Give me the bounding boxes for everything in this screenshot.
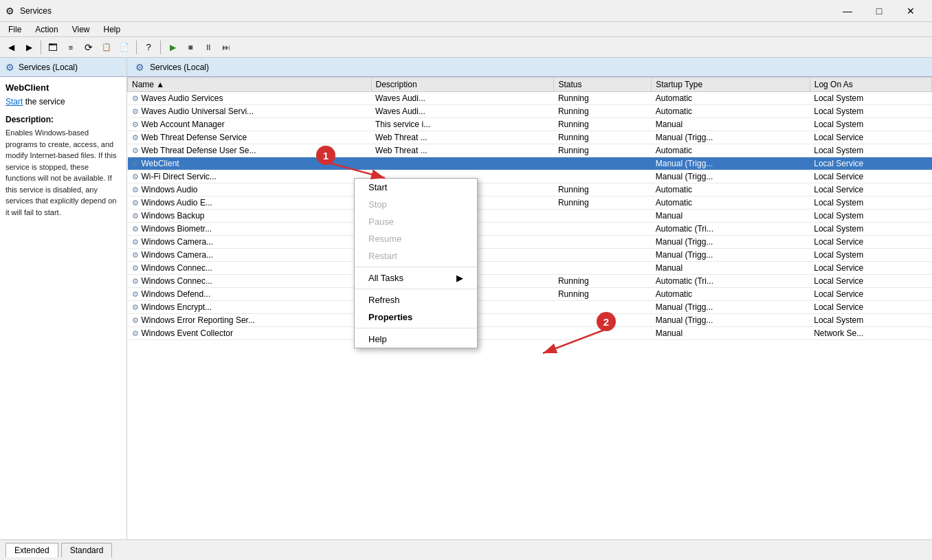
table-row[interactable]: ⚙Windows Audio E... Running Automatic Lo… — [128, 197, 932, 210]
gear-icon: ⚙ — [132, 133, 139, 142]
tb-help[interactable]: ? — [140, 39, 157, 56]
tb-properties[interactable]: 📄 — [116, 39, 133, 56]
table-row[interactable]: ⚙Windows Encrypt... Manual (Trigg... Loc… — [128, 301, 932, 314]
table-row[interactable]: ⚙Web Threat Defense Service Web Threat .… — [128, 131, 932, 144]
sidebar-header: ⚙ Services (Local) — [0, 58, 126, 77]
gear-icon: ⚙ — [132, 277, 139, 285]
context-menu-item-pause: Pause — [355, 213, 477, 230]
minimize-button[interactable]: — — [832, 0, 863, 22]
menu-help[interactable]: Help — [98, 23, 126, 36]
menu-action[interactable]: Action — [30, 23, 63, 36]
cell-name: ⚙Web Threat Defense User Se... — [128, 144, 372, 157]
tb-stop[interactable]: ■ — [182, 39, 199, 56]
cell-status: Running — [554, 288, 652, 301]
service-action: Start the service — [5, 97, 121, 107]
context-menu-item-resume: Resume — [355, 230, 477, 247]
context-menu-item-refresh[interactable]: Refresh — [355, 291, 477, 309]
col-startup[interactable]: Startup Type — [652, 78, 810, 92]
table-row[interactable]: ⚙Windows Error Reporting Ser... Allows e… — [128, 314, 932, 327]
cell-name: ⚙Windows Camera... — [128, 249, 372, 262]
cell-startup: Manual (Trigg... — [652, 157, 810, 170]
table-row[interactable]: ⚙Wi-Fi Direct Servic... Manual (Trigg...… — [128, 170, 932, 183]
tab-extended[interactable]: Extended — [5, 543, 58, 557]
tb-back[interactable]: ◀ — [3, 39, 19, 56]
cell-status: Running — [554, 118, 652, 131]
content-header: ⚙ Services (Local) — [127, 58, 932, 77]
context-menu-item-properties[interactable]: Properties — [355, 309, 477, 326]
cell-startup: Automatic (Tri... — [652, 223, 810, 236]
table-row[interactable]: ⚙Windows Camera... Manual (Trigg... Loca… — [128, 249, 932, 262]
content-area: ⚙ Services (Local) Name ▲ Description St… — [127, 58, 932, 539]
menu-view[interactable]: View — [67, 23, 96, 36]
tb-show-console[interactable]: 🗔 — [45, 39, 61, 56]
cell-status: Running — [554, 144, 652, 157]
cell-name: ⚙Web Account Manager — [128, 118, 372, 131]
tb-step[interactable]: ⏭ — [218, 39, 234, 56]
gear-icon: ⚙ — [132, 225, 139, 233]
tb-play[interactable]: ▶ — [164, 39, 181, 56]
tab-standard[interactable]: Standard — [61, 543, 113, 557]
cell-logon: Local System — [810, 197, 931, 210]
cell-startup: Manual (Trigg... — [652, 236, 810, 249]
cell-logon: Local Service — [810, 236, 931, 249]
tb-export[interactable]: 📋 — [98, 39, 115, 56]
table-row[interactable]: ⚙Windows Biometr... Automatic (Tri... Lo… — [128, 223, 932, 236]
maximize-button[interactable]: □ — [863, 0, 895, 22]
gear-icon: ⚙ — [132, 199, 139, 207]
tb-pause[interactable]: ⏸ — [200, 39, 217, 56]
cell-name: ⚙Waves Audio Universal Servi... — [128, 105, 372, 118]
cell-logon: Local Service — [810, 157, 931, 170]
cell-logon: Network Se... — [810, 327, 931, 340]
table-row[interactable]: ⚙Waves Audio Universal Servi... Waves Au… — [128, 105, 932, 118]
cell-status — [554, 314, 652, 327]
gear-icon: ⚙ — [132, 120, 139, 128]
context-menu-item-help[interactable]: Help — [355, 331, 477, 348]
table-row[interactable]: ⚙Windows Backup Manual Local System — [128, 210, 932, 223]
table-row[interactable]: ⚙Web Threat Defense User Se... Web Threa… — [128, 144, 932, 157]
content-header-text: Services (Local) — [150, 63, 209, 72]
cell-status — [554, 262, 652, 275]
table-row[interactable]: ⚙Windows Defend... Running Automatic Loc… — [128, 288, 932, 301]
cell-name: ⚙Windows Connec... — [128, 275, 372, 288]
col-logon[interactable]: Log On As — [810, 78, 931, 92]
title-controls: — □ ✕ — [832, 0, 927, 22]
context-menu-item-all-tasks[interactable]: All Tasks▶ — [355, 269, 477, 287]
context-menu-item-start[interactable]: Start — [355, 179, 477, 196]
cell-startup: Manual (Trigg... — [652, 301, 810, 314]
cell-name: ⚙Web Threat Defense Service — [128, 131, 372, 144]
gear-icon: ⚙ — [132, 238, 139, 246]
cell-status: Running — [554, 92, 652, 105]
cell-name: ⚙Windows Audio — [128, 183, 372, 197]
cell-name: ⚙Windows Encrypt... — [128, 301, 372, 314]
close-button[interactable]: ✕ — [895, 0, 927, 22]
table-row[interactable]: ⚙Windows Event Collector This service ..… — [128, 327, 932, 340]
cell-description: Web Threat ... — [371, 131, 554, 144]
table-row[interactable]: ⚙Windows Audio Running Automatic Local S… — [128, 183, 932, 197]
menu-file[interactable]: File — [3, 23, 27, 36]
col-name[interactable]: Name ▲ — [128, 78, 372, 92]
cell-description — [371, 157, 554, 170]
services-table-container[interactable]: Name ▲ Description Status Startup Type L… — [127, 77, 932, 539]
col-status[interactable]: Status — [554, 78, 652, 92]
table-row[interactable]: ⚙Web Account Manager This service i... R… — [128, 118, 932, 131]
table-row[interactable]: ⚙Windows Camera... Manual (Trigg... Loca… — [128, 236, 932, 249]
cell-logon: Local Service — [810, 275, 931, 288]
gear-icon: ⚙ — [132, 264, 139, 272]
table-row[interactable]: ⚙Windows Connec... Running Automatic (Tr… — [128, 275, 932, 288]
cell-status: Running — [554, 183, 652, 197]
table-row[interactable]: ⚙Windows Connec... Manual Local Service — [128, 262, 932, 275]
tb-list[interactable]: ≡ — [63, 39, 79, 56]
table-row[interactable]: ⚙WebClient Manual (Trigg... Local Servic… — [128, 157, 932, 170]
tb-forward[interactable]: ▶ — [21, 39, 37, 56]
cell-startup: Manual (Trigg... — [652, 249, 810, 262]
table-row[interactable]: ⚙Waves Audio Services Waves Audi... Runn… — [128, 92, 932, 105]
cell-name: ⚙Windows Event Collector — [128, 327, 372, 340]
cell-status — [554, 170, 652, 183]
cell-status — [554, 327, 652, 340]
action-text: the service — [23, 97, 65, 107]
tb-refresh[interactable]: ⟳ — [80, 39, 97, 56]
col-description[interactable]: Description — [371, 78, 554, 92]
start-link[interactable]: Start — [5, 97, 23, 107]
cell-startup: Automatic (Tri... — [652, 275, 810, 288]
context-menu-separator — [355, 328, 477, 328]
